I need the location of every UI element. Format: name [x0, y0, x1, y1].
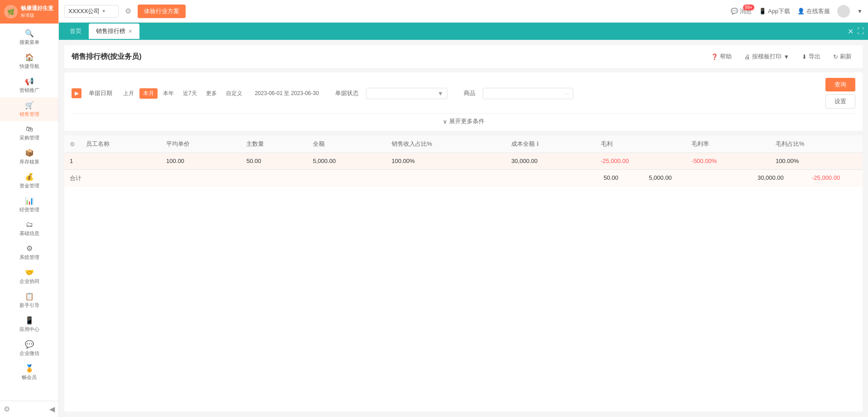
sidebar-item-member[interactable]: 🏅 畅会员 — [0, 360, 58, 384]
date-filter-label: 单据日期 — [89, 89, 112, 97]
collapse-icon[interactable]: ◀ — [49, 405, 55, 413]
status-arrow: ▼ — [437, 90, 443, 97]
user-avatar[interactable] — [837, 5, 850, 18]
sidebar-label-operations: 经营管理 — [19, 206, 39, 213]
sidebar-label-system: 系统管理 — [19, 254, 39, 261]
online-service-btn[interactable]: 👤 在线客服 — [797, 7, 830, 15]
page-title: 销售排行榜(按业务员) — [72, 52, 142, 62]
expand-btn[interactable]: ∨ 展开更多条件 — [443, 117, 484, 125]
th-profit: 毛利 — [595, 135, 686, 153]
message-icon: 💬 — [731, 8, 738, 14]
th-name: 员工名称 — [81, 135, 161, 153]
inventory-icon: 📦 — [25, 149, 34, 157]
date-tab-自定义[interactable]: 自定义 — [222, 88, 246, 99]
sidebar-item-sales[interactable]: 🛒 销售管理 — [0, 97, 58, 121]
help-label: 帮助 — [720, 53, 732, 61]
sidebar-label-guide: 新手引导 — [19, 302, 39, 309]
more-icon: ··· — [564, 90, 569, 97]
basic-icon: 🗂 — [26, 220, 33, 229]
page-actions: ❓ 帮助 🖨 按模板打印 ▼ ⬇ 导出 ↻ 刷新 — [707, 51, 855, 62]
export-btn[interactable]: ⬇ 导出 — [798, 51, 824, 62]
sidebar-label-wechat: 企业微信 — [19, 350, 39, 357]
sidebar-item-collab[interactable]: 🤝 企业协同 — [0, 264, 58, 288]
cost-info-icon[interactable]: ℹ — [537, 140, 539, 147]
refresh-btn[interactable]: ↻ 刷新 — [830, 51, 855, 62]
trial-button[interactable]: 体验行业方案 — [138, 5, 186, 18]
logo-icon: 🌿 — [4, 5, 18, 19]
filter-toggle-btn[interactable]: ▶ — [72, 88, 82, 98]
sidebar-item-guide[interactable]: 📋 新手引导 — [0, 288, 58, 312]
settings-icon[interactable]: ⚙ — [4, 405, 10, 413]
date-range: 2023-06-01 至 2023-06-30 — [255, 90, 319, 97]
company-dropdown-arrow: ▼ — [101, 9, 106, 14]
date-tab-近7天[interactable]: 近7天 — [179, 88, 201, 99]
close-all-tabs-icon[interactable]: ✕ — [848, 27, 854, 36]
sidebar-item-purchase[interactable]: 🛍 采购管理 — [0, 121, 58, 145]
sidebar-label-inventory: 库存核算 — [19, 158, 39, 165]
message-badge: 99+ — [743, 5, 754, 10]
shortcut-icon: 🏠 — [25, 53, 34, 62]
sidebar-label-apps: 应用中心 — [19, 326, 39, 333]
tab-sales-rank[interactable]: 销售排行榜✕ — [89, 24, 139, 39]
sidebar-item-finance[interactable]: 💰 资金管理 — [0, 169, 58, 193]
app-download-label: App下载 — [768, 7, 790, 15]
goods-filter-label: 商品 — [464, 89, 475, 97]
wechat-icon: 💬 — [25, 340, 34, 349]
sidebar-item-search[interactable]: 🔍 搜索菜单 — [0, 25, 58, 49]
sidebar-item-inventory[interactable]: 📦 库存核算 — [0, 145, 58, 169]
download-icon: 📱 — [759, 8, 766, 14]
table-row: 1100.0050.005,000.00100.00%30,000.00-25,… — [64, 153, 863, 169]
sidebar-item-marketing[interactable]: 📢 营销推广 — [0, 73, 58, 97]
company-selector[interactable]: XXXXX公司 ▼ — [64, 5, 119, 18]
th-sales_pct: 销售收入占比% — [386, 135, 506, 153]
export-label: 导出 — [809, 53, 820, 61]
goods-input[interactable]: ··· — [483, 88, 573, 99]
date-tab-更多[interactable]: 更多 — [202, 88, 221, 99]
sidebar-item-basic[interactable]: 🗂 基础信息 — [0, 217, 58, 240]
col-settings-icon[interactable]: ⚙ — [70, 141, 75, 148]
status-filter-label: 单据状态 — [335, 89, 359, 97]
tabbar: 首页销售排行榜✕ ✕ ⛶ — [59, 23, 868, 40]
app-logo: 🌿 畅康通好生意 标准版 — [0, 0, 58, 24]
content-area: 销售排行榜(按业务员) ❓ 帮助 🖨 按模板打印 ▼ ⬇ 导出 ↻ 刷新 — [59, 40, 868, 417]
filter-toggle-icon: ▶ — [75, 90, 79, 96]
refresh-label: 刷新 — [840, 53, 852, 61]
settings-btn[interactable]: 设置 — [825, 94, 855, 109]
operations-icon: 📊 — [25, 197, 34, 205]
th-margin: 毛利率 — [686, 135, 770, 153]
sidebar-label-purchase: 采购管理 — [19, 134, 39, 141]
expand-tabs-icon[interactable]: ⛶ — [857, 27, 864, 36]
tab-home[interactable]: 首页 — [62, 24, 89, 39]
expand-down-icon: ∨ — [443, 118, 447, 125]
sidebar-item-operations[interactable]: 📊 经营管理 — [0, 193, 58, 217]
refresh-icon: ↻ — [833, 53, 838, 60]
help-btn[interactable]: ❓ 帮助 — [707, 51, 735, 62]
sidebar-item-shortcut[interactable]: 🏠 快捷导航 — [0, 49, 58, 73]
sidebar-item-system[interactable]: ⚙ 系统管理 — [0, 240, 58, 264]
cell-name — [81, 153, 161, 169]
query-btn[interactable]: 查询 — [825, 78, 855, 91]
status-select[interactable]: ▼ — [366, 88, 447, 99]
sidebar-label-shortcut: 快捷导航 — [19, 63, 39, 70]
expand-row: ∨ 展开更多条件 — [72, 113, 855, 125]
app-download-btn[interactable]: 📱 App下载 — [759, 7, 790, 15]
sidebar-bottom: ⚙ ◀ — [0, 401, 58, 417]
date-tab-本月[interactable]: 本月 — [139, 88, 158, 99]
help-icon: ❓ — [711, 53, 718, 60]
date-tab-本年[interactable]: 本年 — [159, 88, 177, 99]
tab-label-sales-rank: 销售排行榜 — [96, 27, 125, 35]
message-btn[interactable]: 💬 消息 99+ — [731, 7, 752, 15]
app-version: 标准版 — [21, 12, 53, 19]
tab-close-sales-rank[interactable]: ✕ — [128, 29, 132, 34]
cell-rank: 1 — [64, 153, 81, 169]
print-btn[interactable]: 🖨 按模板打印 ▼ — [741, 51, 793, 62]
date-tab-上月[interactable]: 上月 — [120, 88, 138, 99]
print-dropdown-arrow: ▼ — [783, 53, 789, 60]
footer-cell-1 — [115, 174, 595, 182]
company-name: XXXXX公司 — [68, 7, 100, 15]
apps-icon: 📱 — [25, 316, 34, 325]
topbar-gear-icon[interactable]: ⚙ — [123, 5, 133, 17]
sidebar-item-wechat[interactable]: 💬 企业微信 — [0, 336, 58, 360]
sidebar-item-apps[interactable]: 📱 应用中心 — [0, 312, 58, 336]
sidebar-label-sales: 销售管理 — [19, 111, 39, 118]
